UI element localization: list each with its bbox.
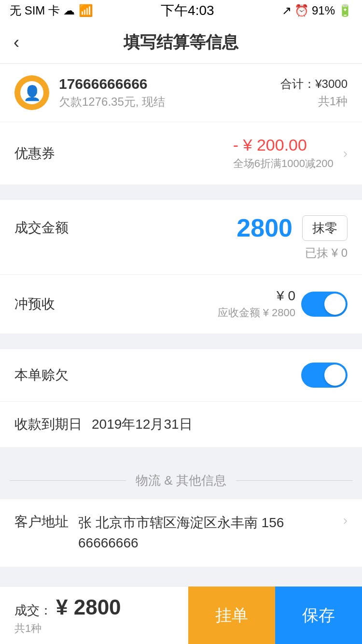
precollect-right: ¥ 0 应收金额 ¥ 2800 — [218, 288, 348, 320]
round-button[interactable]: 抹零 — [302, 215, 348, 241]
status-time: 下午4:03 — [161, 1, 214, 20]
duedate-label: 收款到期日 — [14, 415, 82, 434]
logistics-divider: 物流 & 其他信息 — [0, 462, 362, 499]
amount-row: 成交金额 2800 抹零 — [14, 213, 348, 242]
customer-left: 👤 17666666666 欠款1276.35元, 现结 — [14, 75, 165, 110]
alarm-icon: ⏰ — [294, 4, 309, 17]
discount-desc: 全场6折满1000减200 — [233, 156, 334, 171]
status-right: ↗ ⏰ 91% 🔋 — [282, 4, 352, 17]
precollect-value: ¥ 0 — [218, 288, 295, 304]
customer-total: 合计：¥3000 共1种 — [280, 76, 348, 109]
amount-value: 2800 — [237, 213, 292, 242]
discount-chevron-icon: › — [343, 146, 348, 161]
wifi-icon: 📶 — [79, 4, 93, 17]
address-value: 张 北京市市辖区海淀区永丰南 156 66666666 — [78, 513, 339, 553]
avatar: 👤 — [14, 75, 49, 110]
bottom-deal-amount: ¥ 2800 — [56, 595, 121, 619]
precollect-label: 冲预收 — [14, 295, 55, 313]
amount-value-wrap: 2800 抹零 — [237, 213, 348, 242]
debt-label: 本单赊欠 — [14, 366, 69, 384]
amount-section: 成交金额 2800 抹零 已抹 ¥ 0 冲预收 ¥ 0 应收金额 ¥ 2800 — [0, 200, 362, 334]
bottom-bar: 成交： ¥ 2800 共1种 挂单 保存 — [0, 586, 362, 644]
debt-toggle-knob — [324, 364, 346, 386]
precollect-sub: 应收金额 ¥ 2800 — [218, 306, 295, 320]
avatar-icon: 👤 — [20, 81, 43, 104]
amount-row-container: 成交金额 2800 抹零 已抹 ¥ 0 — [0, 200, 362, 274]
bottom-summary: 成交： ¥ 2800 共1种 — [0, 595, 188, 636]
customer-phone: 17666666666 — [59, 76, 165, 92]
toggle-knob — [324, 294, 346, 315]
precollect-section: 冲预收 ¥ 0 应收金额 ¥ 2800 — [0, 274, 362, 334]
bottom-summary-top: 成交： ¥ 2800 — [14, 595, 174, 619]
total-count: 共1种 — [280, 94, 348, 109]
logistics-text: 物流 & 其他信息 — [136, 472, 226, 489]
duedate-section: 收款到期日 2019年12月31日 — [0, 401, 362, 447]
total-label: 合计：¥3000 — [280, 76, 348, 92]
battery-icon: 🔋 — [338, 4, 352, 17]
status-left: 无 SIM 卡 ☁ 📶 — [10, 3, 93, 18]
save-button[interactable]: 保存 — [275, 587, 362, 644]
debt-toggle[interactable] — [301, 363, 348, 388]
nav-bar: ‹ 填写结算等信息 — [0, 21, 362, 64]
duedate-row: 收款到期日 2019年12月31日 — [14, 415, 348, 434]
debt-row: 本单赊欠 — [0, 349, 362, 401]
sim-status: 无 SIM 卡 ☁ — [10, 3, 75, 18]
back-button[interactable]: ‹ — [14, 32, 19, 53]
precollect-row: 冲预收 ¥ 0 应收金额 ¥ 2800 — [14, 288, 348, 320]
customer-info: 17666666666 欠款1276.35元, 现结 — [59, 76, 165, 110]
customer-row: 👤 17666666666 欠款1276.35元, 现结 合计：¥3000 共1… — [0, 64, 362, 122]
precollect-toggle[interactable] — [301, 292, 348, 317]
bottom-deal-sub: 共1种 — [14, 621, 174, 636]
debt-section: 本单赊欠 收款到期日 2019年12月31日 — [0, 349, 362, 447]
location-icon: ↗ — [282, 4, 292, 17]
discount-row[interactable]: 优惠券 - ¥ 200.00 全场6折满1000减200 › — [0, 122, 362, 184]
address-chevron-icon: › — [343, 513, 348, 528]
customer-section: 👤 17666666666 欠款1276.35元, 现结 合计：¥3000 共1… — [0, 64, 362, 184]
discount-amount: - ¥ 200.00 — [233, 136, 334, 154]
amount-sub: 已抹 ¥ 0 — [14, 245, 348, 261]
divider-1 — [0, 192, 362, 200]
logistics-line-right — [236, 480, 352, 481]
discount-right: - ¥ 200.00 全场6折满1000减200 › — [233, 136, 348, 171]
address-row[interactable]: 客户地址 张 北京市市辖区海淀区永丰南 156 66666666 › — [0, 499, 362, 567]
address-section: 客户地址 张 北京市市辖区海淀区永丰南 156 66666666 › — [0, 499, 362, 567]
status-bar: 无 SIM 卡 ☁ 📶 下午4:03 ↗ ⏰ 91% 🔋 — [0, 0, 362, 21]
bottom-deal-label: 成交： — [14, 602, 52, 619]
divider-2 — [0, 341, 362, 349]
discount-label: 优惠券 — [14, 144, 55, 163]
logistics-line-left — [10, 480, 126, 481]
duedate-value: 2019年12月31日 — [92, 415, 193, 434]
customer-subtext: 欠款1276.35元, 现结 — [59, 94, 165, 110]
battery-status: 91% — [312, 4, 335, 17]
address-label: 客户地址 — [14, 513, 69, 531]
page-title: 填写结算等信息 — [124, 31, 238, 54]
amount-label: 成交金额 — [14, 219, 69, 237]
hang-button[interactable]: 挂单 — [188, 587, 275, 644]
divider-3 — [0, 455, 362, 462]
